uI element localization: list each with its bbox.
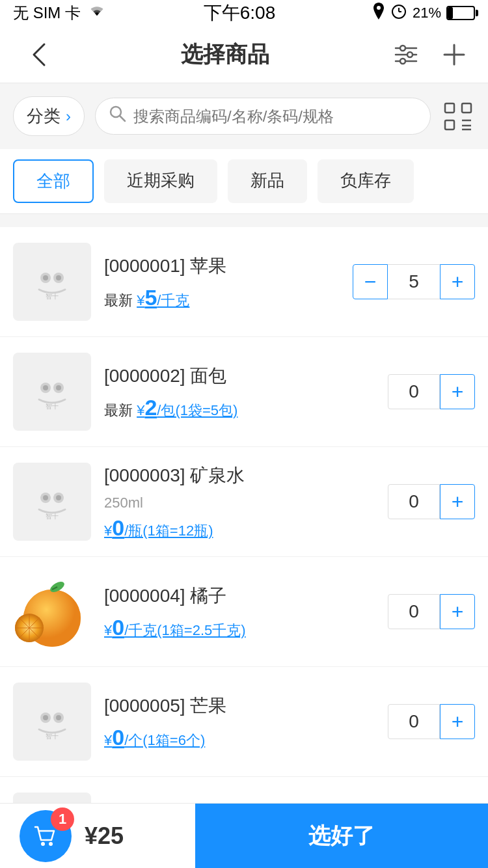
svg-point-8 xyxy=(400,59,405,64)
product-info: [0000002] 面包 最新 ¥2/包(1袋=5包) xyxy=(104,364,377,420)
svg-line-12 xyxy=(120,116,125,121)
cart-total: ¥25 xyxy=(85,822,124,850)
separator xyxy=(0,214,488,227)
svg-point-6 xyxy=(400,46,405,51)
svg-point-27 xyxy=(56,385,61,390)
svg-point-26 xyxy=(43,385,48,390)
svg-text:智十: 智十 xyxy=(46,403,59,410)
product-name: [0000005] 芒果 xyxy=(104,694,377,718)
product-name: [0000004] 橘子 xyxy=(104,584,377,608)
tab-all[interactable]: 全部 xyxy=(13,159,94,203)
search-input[interactable] xyxy=(133,107,417,126)
placeholder-image: 智十 xyxy=(33,482,72,521)
product-info: [0000003] 矿泉水 250ml ¥0/瓶(1箱=12瓶) xyxy=(104,463,377,541)
battery-text: 21% xyxy=(413,5,441,21)
quantity-control: + xyxy=(388,374,475,409)
nav-actions xyxy=(392,40,468,69)
quantity-input[interactable] xyxy=(388,594,440,629)
product-info: [0000005] 芒果 ¥0/个(1箱=6个) xyxy=(104,694,377,750)
quantity-increase-button[interactable]: + xyxy=(440,594,475,629)
product-item: [0000004] 橘子 ¥0/千克(1箱=2.5千克) + xyxy=(0,557,488,667)
alarm-icon xyxy=(390,3,407,23)
search-icon xyxy=(109,105,127,128)
search-bar[interactable] xyxy=(95,98,431,135)
product-item: 智十 [0000005] 芒果 ¥0/个(1箱=6个) + xyxy=(0,667,488,777)
page-title: 选择商品 xyxy=(181,40,269,70)
product-info: [0000004] 橘子 ¥0/千克(1箱=2.5千克) xyxy=(104,584,377,640)
svg-point-21 xyxy=(43,275,48,280)
product-item: 智十 [0000001] 苹果 最新 ¥5/千克 − + xyxy=(0,227,488,337)
product-thumbnail xyxy=(13,573,91,651)
quantity-control: − + xyxy=(353,264,475,299)
product-info: [0000001] 苹果 最新 ¥5/千克 xyxy=(104,254,342,310)
quantity-control: + xyxy=(388,484,475,519)
svg-text:智十: 智十 xyxy=(46,733,59,740)
svg-point-7 xyxy=(407,52,413,57)
category-label: 分类 xyxy=(27,105,61,128)
scan-button[interactable] xyxy=(441,100,475,133)
svg-rect-13 xyxy=(445,103,454,113)
filter-button[interactable] xyxy=(392,40,420,69)
svg-point-60 xyxy=(49,842,53,846)
battery-icon xyxy=(446,6,475,20)
product-price: 最新 ¥5/千克 xyxy=(104,285,342,310)
product-price: ¥0/瓶(1箱=12瓶) xyxy=(104,515,377,541)
tab-new[interactable]: 新品 xyxy=(228,159,307,203)
tab-row: 全部 近期采购 新品 负库存 xyxy=(0,149,488,214)
filter-row: 分类 › xyxy=(0,83,488,149)
svg-rect-14 xyxy=(462,103,471,113)
category-button[interactable]: 分类 › xyxy=(13,96,85,136)
product-thumbnail: 智十 xyxy=(13,243,91,321)
add-button[interactable] xyxy=(440,40,468,69)
svg-point-47 xyxy=(56,715,61,720)
cart-badge: 1 xyxy=(51,807,74,831)
placeholder-image: 智十 xyxy=(33,262,72,301)
svg-text:智十: 智十 xyxy=(46,293,59,300)
nav-bar: 选择商品 xyxy=(0,26,488,83)
location-icon xyxy=(372,3,385,23)
svg-rect-15 xyxy=(445,120,454,129)
confirm-button[interactable]: 选好了 xyxy=(195,804,488,868)
product-name: [0000002] 面包 xyxy=(104,364,377,388)
tab-recent[interactable]: 近期采购 xyxy=(104,159,217,203)
quantity-increase-button[interactable]: + xyxy=(440,484,475,519)
quantity-input[interactable] xyxy=(388,264,440,299)
product-thumbnail: 智十 xyxy=(13,683,91,761)
quantity-control: + xyxy=(388,594,475,629)
product-price: 最新 ¥2/包(1袋=5包) xyxy=(104,395,377,420)
svg-point-32 xyxy=(56,495,61,500)
cart-area: 1 ¥25 xyxy=(0,810,195,862)
quantity-decrease-button[interactable]: − xyxy=(353,264,388,299)
product-item: 智十 [0000003] 矿泉水 250ml ¥0/瓶(1箱=12瓶) + xyxy=(0,447,488,557)
tab-negative[interactable]: 负库存 xyxy=(318,159,414,203)
product-list: 智十 [0000001] 苹果 最新 ¥5/千克 − + xyxy=(0,227,488,868)
quantity-control: + xyxy=(388,704,475,739)
back-button[interactable] xyxy=(20,35,59,74)
wifi-icon xyxy=(87,4,107,22)
status-time: 下午6:08 xyxy=(204,1,276,25)
placeholder-image: 智十 xyxy=(33,372,72,411)
placeholder-image: 智十 xyxy=(33,702,72,741)
carrier-text: 无 SIM 卡 xyxy=(13,3,81,23)
status-right: 21% xyxy=(372,3,475,23)
quantity-increase-button[interactable]: + xyxy=(440,704,475,739)
product-name: [0000003] 矿泉水 xyxy=(104,463,377,488)
product-thumbnail: 智十 xyxy=(13,353,91,431)
svg-point-59 xyxy=(41,842,45,846)
svg-point-31 xyxy=(43,495,48,500)
product-price: ¥0/个(1箱=6个) xyxy=(104,725,377,750)
quantity-input[interactable] xyxy=(388,484,440,519)
quantity-input[interactable] xyxy=(388,704,440,739)
product-spec: 250ml xyxy=(104,495,377,511)
quantity-increase-button[interactable]: + xyxy=(440,374,475,409)
svg-text:智十: 智十 xyxy=(46,513,59,520)
product-name: [0000001] 苹果 xyxy=(104,254,342,278)
status-bar: 无 SIM 卡 下午6:08 21% xyxy=(0,0,488,26)
bottom-bar: 1 ¥25 选好了 xyxy=(0,803,488,868)
quantity-increase-button[interactable]: + xyxy=(440,264,475,299)
svg-point-46 xyxy=(43,715,48,720)
product-item: 智十 [0000002] 面包 最新 ¥2/包(1袋=5包) + xyxy=(0,337,488,447)
cart-button[interactable]: 1 xyxy=(20,810,72,862)
quantity-input[interactable] xyxy=(388,374,440,409)
category-chevron-icon: › xyxy=(66,107,71,126)
